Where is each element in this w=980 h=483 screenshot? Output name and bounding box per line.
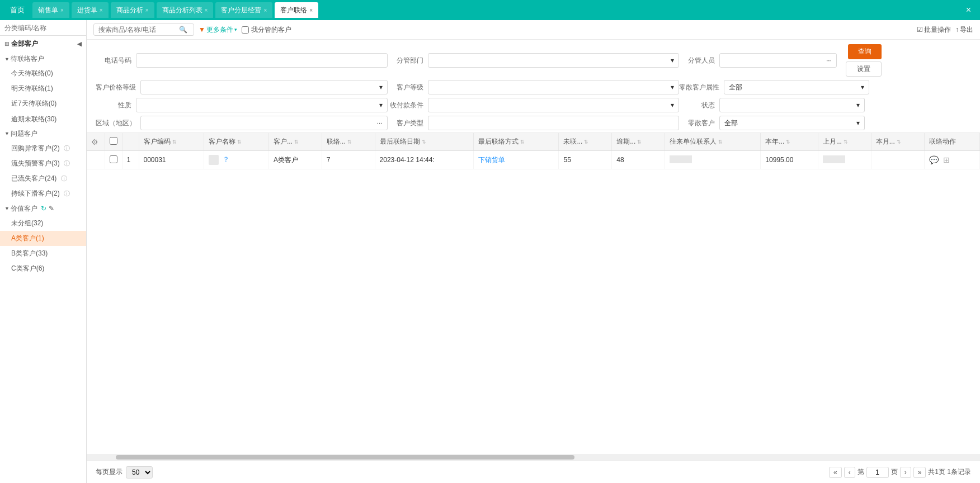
sidebar-item-today[interactable]: 今天待联络(0): [0, 66, 86, 81]
area-input[interactable]: ···: [140, 116, 388, 130]
td-unit-contact: [665, 151, 761, 169]
export-label: 导出: [960, 25, 973, 35]
tab-purchase-order[interactable]: 进货单 ×: [72, 2, 109, 18]
col-sort-name[interactable]: ⇅: [237, 139, 242, 145]
customer-avatar: [209, 155, 219, 165]
unit-contact-placeholder: [670, 155, 692, 163]
col-sort-last-month[interactable]: ⇅: [844, 139, 848, 145]
close-all-tabs[interactable]: ×: [962, 5, 976, 15]
tab-customer-segment[interactable]: 客户分层经营 ×: [215, 2, 272, 18]
retail-value: 全部: [724, 119, 738, 128]
setting-button[interactable]: 设置: [846, 61, 882, 77]
retail-attr-input[interactable]: 全部 ▾: [724, 80, 869, 94]
filter-search-icon[interactable]: 🔍: [179, 26, 187, 34]
filter-price-level: 客户价格等级 ▾: [96, 80, 388, 94]
tab-customer-segment-close[interactable]: ×: [263, 7, 267, 13]
message-action-icon[interactable]: 💬: [929, 155, 939, 164]
filter-more-conditions[interactable]: ▼ 更多条件 ▾: [199, 25, 237, 35]
edit-group-icon[interactable]: ✎: [49, 205, 54, 212]
sidebar-item-c-class[interactable]: C类客户(6): [0, 261, 86, 276]
row-last-date: 2023-04-12 14:44:: [380, 156, 435, 164]
info-icon-4: ⓘ: [64, 190, 70, 197]
person-input[interactable]: ···: [719, 53, 837, 68]
tab-customer-contact-close[interactable]: ×: [309, 7, 313, 13]
sidebar-search-bar: 🔍: [0, 20, 86, 36]
more-conditions-arrow: ▾: [234, 27, 237, 32]
tab-product-list[interactable]: 商品分析列表 ×: [157, 2, 214, 18]
tab-customer-contact[interactable]: 客户联络 ×: [275, 2, 318, 18]
sidebar-item-ungrouped[interactable]: 未分组(32): [0, 216, 86, 231]
refresh-icon[interactable]: ↻: [41, 205, 46, 212]
col-sort-overdue[interactable]: ⇅: [637, 139, 642, 145]
query-button[interactable]: 查询: [848, 44, 882, 59]
col-sort-last-date[interactable]: ⇅: [422, 139, 426, 145]
sidebar-item-repurchase-abnormal[interactable]: 回购异常客户(2) ⓘ: [0, 141, 86, 156]
tab-product-analysis-close[interactable]: ×: [145, 7, 149, 13]
next-page-btn[interactable]: ›: [900, 467, 911, 478]
filter-phone: 电话号码: [96, 44, 388, 77]
retail-input[interactable]: 全部 ▾: [719, 116, 865, 130]
tab-sales-order-close[interactable]: ×: [60, 7, 64, 13]
qr-action-icon[interactable]: ⊞: [943, 155, 950, 164]
th-type-label: 客户...: [274, 137, 293, 146]
page-size-select[interactable]: 50: [126, 466, 153, 479]
col-sort-this-year[interactable]: ⇅: [786, 139, 790, 145]
level-input[interactable]: ▾: [428, 80, 680, 94]
select-all-checkbox[interactable]: [110, 137, 117, 145]
sidebar-collapse-icon[interactable]: ◀: [77, 41, 82, 47]
sidebar-item-b-class[interactable]: B类客户(33): [0, 246, 86, 261]
sidebar-item-a-class[interactable]: A类客户(1): [0, 231, 86, 246]
table-gear-icon[interactable]: ⚙: [91, 138, 98, 146]
row-checkbox[interactable]: [110, 155, 117, 163]
tab-product-analysis[interactable]: 商品分析 ×: [111, 2, 154, 18]
col-sort-type[interactable]: ⇅: [294, 139, 299, 145]
horizontal-scrollbar[interactable]: [87, 454, 980, 461]
th-name-label: 客户名称: [209, 137, 235, 146]
col-sort-this-month[interactable]: ⇅: [897, 139, 901, 145]
filter-search-input[interactable]: [98, 26, 177, 34]
status-input[interactable]: ▾: [719, 98, 865, 112]
sidebar-value-customers-group[interactable]: ▼ 价值客户 ↻ ✎: [0, 202, 86, 216]
cust-type-input[interactable]: [428, 116, 680, 130]
tab-purchase-order-close[interactable]: ×: [100, 7, 103, 13]
sidebar-all-customers[interactable]: ⊞ 全部客户 ◀: [0, 36, 86, 52]
sidebar-problem-customers-group[interactable]: ▼ 问题客户: [0, 127, 86, 141]
sidebar-item-lost[interactable]: 已流失客户(24) ⓘ: [0, 171, 86, 186]
row-last-method[interactable]: 下销货单: [478, 156, 505, 164]
sidebar-pending-contact-group[interactable]: ▼ 待联络客户: [0, 52, 86, 66]
price-level-input[interactable]: ▾: [140, 80, 388, 94]
col-sort-contact[interactable]: ⇅: [347, 139, 352, 145]
sidebar-search-input[interactable]: [4, 24, 87, 32]
nature-input[interactable]: ▾: [136, 98, 388, 112]
sidebar-item-overdue[interactable]: 逾期未联络(30): [0, 112, 86, 127]
my-customers-checkbox[interactable]: [242, 26, 249, 34]
row-no-contact: 55: [563, 156, 571, 164]
col-sort-no-contact[interactable]: ⇅: [584, 139, 588, 145]
scrollbar-thumb[interactable]: [116, 455, 574, 460]
col-sort-last-method[interactable]: ⇅: [520, 139, 525, 145]
sidebar-item-tomorrow[interactable]: 明天待联络(1): [0, 81, 86, 96]
payment-input[interactable]: ▾: [428, 98, 680, 112]
last-page-btn[interactable]: »: [913, 467, 926, 478]
info-icon-2: ⓘ: [64, 160, 70, 167]
first-page-btn[interactable]: «: [829, 467, 842, 478]
tab-sales-order[interactable]: 销售单 ×: [32, 2, 69, 18]
tab-product-list-close[interactable]: ×: [205, 7, 208, 13]
batch-op-btn[interactable]: ☑ 批量操作: [917, 25, 951, 35]
table-scroll[interactable]: ⚙ 客户编码 ⇅: [87, 133, 980, 454]
sidebar-item-declining[interactable]: 持续下滑客户(2) ⓘ: [0, 186, 86, 201]
sidebar-item-loss-warning[interactable]: 流失预警客户(3) ⓘ: [0, 156, 86, 171]
sidebar-item-7days[interactable]: 近7天待联络(0): [0, 96, 86, 111]
prev-page-btn[interactable]: ‹: [844, 467, 855, 478]
phone-input[interactable]: [136, 53, 388, 68]
col-sort-unit-contact[interactable]: ⇅: [718, 139, 723, 145]
row-name[interactable]: ？: [223, 155, 229, 163]
dept-input[interactable]: ▾: [428, 53, 680, 68]
col-sort-code[interactable]: ⇅: [172, 139, 177, 145]
page-number-input[interactable]: [866, 467, 889, 478]
export-btn[interactable]: ↑ 导出: [955, 25, 973, 35]
export-icon: ↑: [955, 26, 959, 34]
tab-customer-contact-label: 客户联络: [280, 6, 307, 15]
filter-search-box: 🔍: [93, 23, 194, 36]
nav-home[interactable]: 首页: [4, 3, 30, 17]
